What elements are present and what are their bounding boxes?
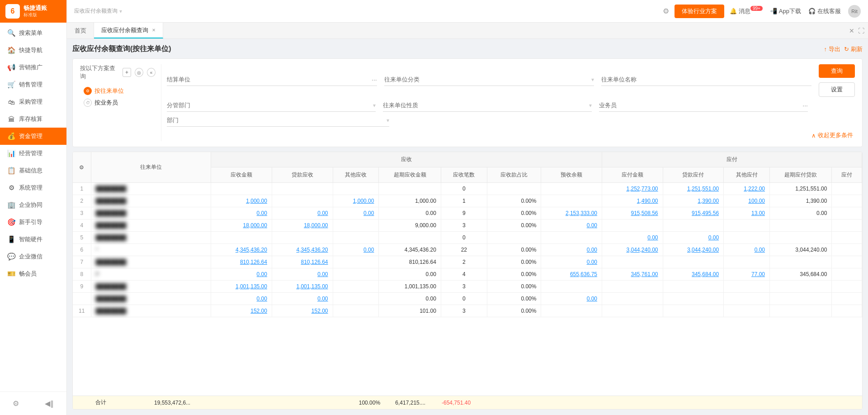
filter-option-by-staff[interactable]: ⏱ 按业务员 xyxy=(80,97,156,109)
sidebar-item-member[interactable]: 🎫 畅会员 xyxy=(0,265,66,282)
export-btn[interactable]: ↑ 导出 xyxy=(824,45,841,53)
pay_amount-cell[interactable] xyxy=(602,281,663,293)
loan_recv-cell[interactable] xyxy=(272,195,333,207)
recv_amount-cell[interactable]: 18,000.00 xyxy=(211,219,272,232)
tab-maximize-btn[interactable]: ⛶ xyxy=(858,27,864,34)
other_pay-cell[interactable]: 77.00 xyxy=(724,268,770,281)
other_recv-cell[interactable]: 0.00 xyxy=(333,207,379,219)
settlement-unit-dots[interactable]: ··· xyxy=(372,76,377,83)
other_pay-cell[interactable]: 100.00 xyxy=(724,195,770,207)
other_recv-cell[interactable] xyxy=(333,281,379,293)
other_pay-cell[interactable]: 0.00 xyxy=(724,244,770,256)
sidebar-settings-btn[interactable]: ⚙ xyxy=(10,396,22,410)
other_pay-cell[interactable] xyxy=(724,305,770,317)
sidebar-item-enterprise[interactable]: 🏢 企业协同 xyxy=(0,196,66,214)
prepaid_balance-cell[interactable] xyxy=(541,281,602,293)
other_recv-cell[interactable] xyxy=(333,232,379,244)
prepaid_balance-cell[interactable] xyxy=(541,195,602,207)
recv_amount-cell[interactable] xyxy=(211,183,272,195)
filter-collapse-scheme-btn[interactable]: « xyxy=(147,68,156,77)
sidebar-item-sales[interactable]: 🛒 销售管理 xyxy=(0,76,66,93)
other_pay-cell[interactable] xyxy=(724,232,770,244)
table-settings-icon[interactable]: ⚙ xyxy=(79,164,84,171)
recv_amount-cell[interactable] xyxy=(211,232,272,244)
loan_pay-cell[interactable] xyxy=(663,293,724,305)
other_pay-cell[interactable]: 13.00 xyxy=(724,207,770,219)
other_pay-cell[interactable] xyxy=(724,219,770,232)
pay_amount-cell[interactable]: 1,490.00 xyxy=(602,195,663,207)
loan_pay-cell[interactable]: 1,251,551.00 xyxy=(663,183,724,195)
other_recv-cell[interactable] xyxy=(333,293,379,305)
th-settings[interactable]: ⚙ xyxy=(73,152,91,183)
other_recv-cell[interactable] xyxy=(333,256,379,268)
sidebar-item-enterprise-wechat[interactable]: 💬 企业微信 xyxy=(0,248,66,265)
loan_recv-cell[interactable]: 1,001,135.00 xyxy=(272,281,333,293)
pay_amount-cell[interactable] xyxy=(602,256,663,268)
loan_recv-cell[interactable]: 0.00 xyxy=(272,268,333,281)
prepaid_balance-cell[interactable]: 0.00 xyxy=(541,293,602,305)
header-message-btn[interactable]: 🔔 消息 99+ xyxy=(730,7,763,15)
sidebar-item-beginner[interactable]: 🎯 新手引导 xyxy=(0,214,66,231)
refresh-btn[interactable]: ↻ 刷新 xyxy=(844,45,863,53)
other_recv-cell[interactable] xyxy=(333,268,379,281)
other_recv-cell[interactable] xyxy=(333,219,379,232)
sidebar-item-smart-hw[interactable]: 📱 智能硬件 xyxy=(0,231,66,248)
loan_recv-cell[interactable]: 18,000.00 xyxy=(272,219,333,232)
sidebar-item-operations[interactable]: 📊 经营管理 xyxy=(0,145,66,162)
header-gear-btn[interactable]: ⚙ xyxy=(663,7,669,15)
header-user-avatar[interactable]: Rit xyxy=(848,5,861,18)
sidebar-item-capital[interactable]: 💰 资金管理 xyxy=(0,128,66,145)
recv_amount-cell[interactable]: 4,345,436.20 xyxy=(211,244,272,256)
other_pay-cell[interactable] xyxy=(724,293,770,305)
loan_recv-cell[interactable]: 152.00 xyxy=(272,305,333,317)
loan_recv-cell[interactable]: 810,126.64 xyxy=(272,256,333,268)
recv_amount-cell[interactable]: 0.00 xyxy=(211,207,272,219)
loan_pay-cell[interactable]: 0.00 xyxy=(663,232,724,244)
pay_amount-cell[interactable]: 3,044,240.00 xyxy=(602,244,663,256)
other_recv-cell[interactable]: 0.00 xyxy=(333,244,379,256)
prepaid_balance-cell[interactable] xyxy=(541,183,602,195)
filter-add-btn[interactable]: + xyxy=(123,68,131,77)
loan_pay-cell[interactable] xyxy=(663,281,724,293)
loan_recv-cell[interactable] xyxy=(272,183,333,195)
other_recv-cell[interactable]: 1,000.00 xyxy=(333,195,379,207)
set-btn[interactable]: 设置 xyxy=(819,82,855,97)
loan_pay-cell[interactable]: 345,684.00 xyxy=(663,268,724,281)
sidebar-item-inventory[interactable]: 🏛 库存核算 xyxy=(0,110,66,128)
loan_pay-cell[interactable]: 1,390.00 xyxy=(663,195,724,207)
recv_amount-cell[interactable]: 0.00 xyxy=(211,268,272,281)
other_recv-cell[interactable] xyxy=(333,183,379,195)
header-app-download-btn[interactable]: 📲 App下载 xyxy=(770,7,801,15)
loan_recv-cell[interactable]: 0.00 xyxy=(272,293,333,305)
loan_pay-cell[interactable]: 915,495.56 xyxy=(663,207,724,219)
sidebar-item-quick-nav[interactable]: 🏠 快捷导航 xyxy=(0,42,66,59)
loan_pay-cell[interactable] xyxy=(663,305,724,317)
loan_recv-cell[interactable]: 4,345,436.20 xyxy=(272,244,333,256)
query-btn[interactable]: 查询 xyxy=(819,64,855,78)
filter-scheme-btn[interactable]: ◎ xyxy=(135,68,143,77)
prepaid_balance-cell[interactable]: 0.00 xyxy=(541,219,602,232)
prepaid_balance-cell[interactable]: 655,636.75 xyxy=(541,268,602,281)
pay_amount-cell[interactable]: 1,252,773.00 xyxy=(602,183,663,195)
sidebar-item-marketing[interactable]: 📢 营销推广 xyxy=(0,59,66,76)
table-wrapper[interactable]: ⚙ 往来单位 应收 应付 xyxy=(73,152,862,396)
recv_amount-cell[interactable]: 1,001,135.00 xyxy=(211,281,272,293)
recv_amount-cell[interactable]: 1,000.00 xyxy=(211,195,272,207)
pay_amount-cell[interactable]: 0.00 xyxy=(602,232,663,244)
loan_pay-cell[interactable]: 3,044,240.00 xyxy=(663,244,724,256)
other_pay-cell[interactable]: 1,222.00 xyxy=(724,183,770,195)
recv_amount-cell[interactable]: 152.00 xyxy=(211,305,272,317)
sidebar-item-search-menu[interactable]: 🔍 搜索菜单 xyxy=(0,24,66,42)
pay_amount-cell[interactable] xyxy=(602,219,663,232)
pay_amount-cell[interactable]: 915,508.56 xyxy=(602,207,663,219)
header-online-service-btn[interactable]: 🎧 在线客服 xyxy=(808,7,841,15)
loan_pay-cell[interactable] xyxy=(663,219,724,232)
sidebar-item-basic-info[interactable]: 📋 基础信息 xyxy=(0,162,66,179)
prepaid_balance-cell[interactable]: 0.00 xyxy=(541,256,602,268)
prepaid_balance-cell[interactable] xyxy=(541,305,602,317)
prepaid_balance-cell[interactable]: 0.00 xyxy=(541,244,602,256)
pay_amount-cell[interactable]: 345,761.00 xyxy=(602,268,663,281)
pay_amount-cell[interactable] xyxy=(602,305,663,317)
loan_pay-cell[interactable] xyxy=(663,256,724,268)
other_pay-cell[interactable] xyxy=(724,281,770,293)
